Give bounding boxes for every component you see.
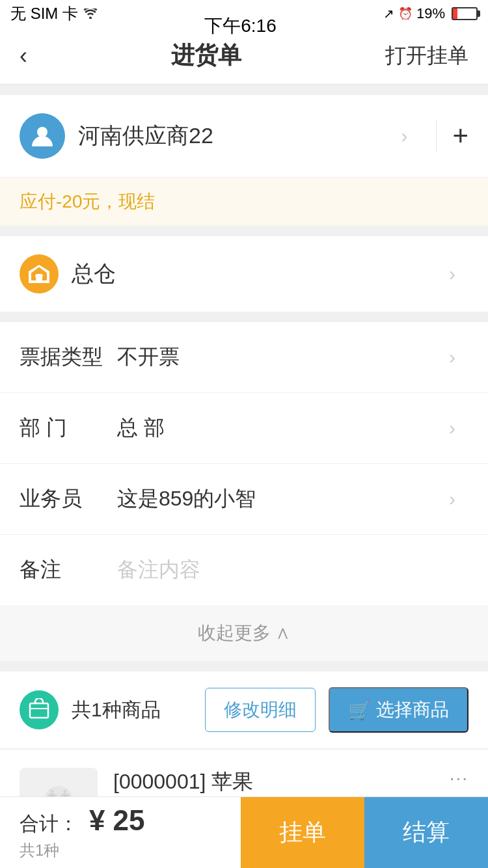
hang-button[interactable]: 挂单 <box>241 797 364 869</box>
invoice-chevron-icon: › <box>449 346 455 368</box>
salesperson-label: 业务员 <box>20 485 104 513</box>
warehouse-icon <box>20 254 59 293</box>
section-gap-1 <box>0 85 488 95</box>
back-button[interactable]: ‹ <box>20 42 27 70</box>
page-title: 进货单 <box>171 40 241 72</box>
collapse-bar[interactable]: 收起更多 ∧ <box>0 605 488 661</box>
supplier-name: 河南供应商22 <box>78 121 401 151</box>
supplier-section: 河南供应商22 › + 应付-20元，现结 <box>0 95 488 226</box>
supplier-row[interactable]: 河南供应商22 › + <box>0 95 488 178</box>
form-row-note[interactable]: 备注 备注内容 <box>0 535 488 605</box>
collapse-label: 收起更多 ∧ <box>198 621 291 645</box>
notice-text: 应付-20元，现结 <box>20 191 155 211</box>
section-gap-4 <box>0 661 488 671</box>
form-row-salesperson[interactable]: 业务员 这是859的小智 › <box>0 464 488 535</box>
checkout-label: 结算 <box>403 817 450 848</box>
checkout-button[interactable]: 结算 <box>364 797 488 869</box>
total-count: 共1种 <box>20 840 221 861</box>
select-product-icon: 🛒 <box>348 699 371 721</box>
dept-label: 部 门 <box>20 414 104 442</box>
battery-percent: 19% <box>416 5 445 22</box>
note-label: 备注 <box>20 556 104 584</box>
edit-detail-button[interactable]: 修改明细 <box>205 688 316 732</box>
total-section: 合计： ¥ 25 共1种 <box>0 804 241 861</box>
dept-chevron-icon: › <box>449 417 455 439</box>
form-row-dept[interactable]: 部 门 总 部 › <box>0 393 488 464</box>
warehouse-section: 总仓 › <box>0 236 488 312</box>
salesperson-value: 这是859的小智 <box>104 485 449 513</box>
svg-rect-2 <box>30 703 48 718</box>
invoice-label: 票据类型 <box>20 343 104 372</box>
status-left: 无 SIM 卡 <box>10 3 98 24</box>
wifi-icon <box>83 5 98 23</box>
dept-value: 总 部 <box>104 414 449 442</box>
product-code: [0000001] <box>113 770 206 793</box>
salesperson-chevron-icon: › <box>449 488 455 510</box>
warehouse-chevron-icon: › <box>449 263 455 285</box>
carrier-label: 无 SIM 卡 <box>10 3 78 24</box>
status-time: 下午6:16 <box>204 14 277 38</box>
note-placeholder: 备注内容 <box>104 556 468 584</box>
bottom-bar: 合计： ¥ 25 共1种 挂单 结算 <box>0 796 488 868</box>
warehouse-row[interactable]: 总仓 › <box>0 236 488 312</box>
total-amount: ¥ 25 <box>89 804 145 836</box>
supplier-avatar <box>20 113 65 159</box>
add-supplier-button[interactable]: + <box>452 122 468 150</box>
status-right: ↗ ⏰ 19% <box>383 5 478 22</box>
total-label: 合计： <box>20 813 78 834</box>
alarm-icon: ⏰ <box>398 7 413 21</box>
select-product-label: 选择商品 <box>376 698 449 722</box>
status-bar: 无 SIM 卡 下午6:16 ↗ ⏰ 19% <box>0 0 488 27</box>
product-header: 共1种商品 修改明细 🛒 选择商品 <box>0 671 488 748</box>
invoice-value: 不开票 <box>104 343 449 372</box>
battery-icon <box>452 7 478 20</box>
product-title-name: 苹果 <box>211 770 253 793</box>
product-count-label: 共1种商品 <box>72 697 192 724</box>
svg-point-0 <box>37 127 47 137</box>
warehouse-label: 总仓 <box>72 259 449 289</box>
product-count-icon <box>20 690 59 729</box>
location-icon: ↗ <box>383 6 394 21</box>
select-product-button[interactable]: 🛒 选择商品 <box>329 687 468 733</box>
divider <box>436 120 437 152</box>
notice-bar: 应付-20元，现结 <box>0 178 488 226</box>
section-gap-2 <box>0 226 488 236</box>
svg-rect-1 <box>36 274 42 280</box>
more-options-button[interactable]: ··· <box>450 768 468 789</box>
supplier-chevron-icon: › <box>401 125 407 147</box>
hang-label: 挂单 <box>279 817 326 848</box>
form-section: 票据类型 不开票 › 部 门 总 部 › 业务员 这是859的小智 › 备注 备… <box>0 322 488 605</box>
form-row-invoice[interactable]: 票据类型 不开票 › <box>0 322 488 393</box>
product-name: [0000001] 苹果 <box>113 768 450 796</box>
open-hang-button[interactable]: 打开挂单 <box>385 42 468 70</box>
section-gap-3 <box>0 312 488 322</box>
